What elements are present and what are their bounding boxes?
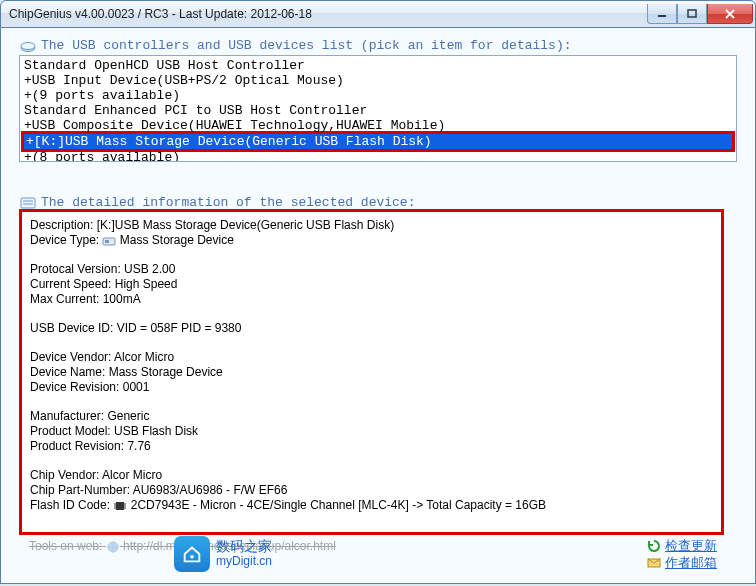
- details-header-text: The detailed information of the selected…: [41, 195, 415, 210]
- label-vendor: Device Vendor:: [30, 350, 114, 364]
- label-devrev: Device Revision:: [30, 380, 123, 394]
- value-usbid: VID = 058F PID = 9380: [117, 321, 242, 335]
- label-chipv: Chip Vendor:: [30, 468, 102, 482]
- value-devname: Mass Storage Device: [109, 365, 223, 379]
- maximize-icon: [686, 9, 698, 19]
- label-protocol: Protocal Version:: [30, 262, 124, 276]
- maximize-button[interactable]: [677, 4, 707, 24]
- label-maxcur: Max Current:: [30, 292, 103, 306]
- svg-rect-1: [688, 10, 696, 17]
- chip-icon: [113, 500, 127, 512]
- brand-en: myDigit.cn: [216, 554, 272, 569]
- details-header: The detailed information of the selected…: [19, 195, 737, 210]
- value-speed: High Speed: [115, 277, 178, 291]
- label-mfg: Manufacturer:: [30, 409, 107, 423]
- window-title: ChipGenius v4.00.0023 / RC3 - Last Updat…: [9, 7, 647, 21]
- device-row[interactable]: Standard Enhanced PCI to USB Host Contro…: [24, 103, 732, 118]
- value-protocol: USB 2.00: [124, 262, 175, 276]
- value-devrev: 0001: [123, 380, 150, 394]
- brand-logo-icon: [174, 536, 210, 572]
- value-prodrev: 7.76: [127, 439, 150, 453]
- device-row[interactable]: +USB Input Device(USB+PS/2 Optical Mouse…: [24, 73, 732, 88]
- storage-icon: [102, 235, 116, 247]
- footer-links: 检查更新 作者邮箱: [647, 537, 717, 571]
- device-list-header: The USB controllers and USB devices list…: [19, 38, 737, 53]
- value-description: [K:]USB Mass Storage Device(Generic USB …: [97, 218, 394, 232]
- refresh-icon: [647, 539, 661, 553]
- device-row-selected[interactable]: +[K:]USB Mass Storage Device(Generic USB…: [24, 134, 732, 149]
- svg-point-3: [21, 42, 35, 49]
- value-maxcur: 100mA: [103, 292, 141, 306]
- close-icon: [724, 9, 736, 19]
- label-devname: Device Name:: [30, 365, 109, 379]
- window-controls: [647, 4, 753, 24]
- label-usbid: USB Device ID:: [30, 321, 117, 335]
- value-vendor: Alcor Micro: [114, 350, 174, 364]
- usb-list-icon: [19, 39, 37, 53]
- label-description: Description:: [30, 218, 97, 232]
- check-update-text: 检查更新: [665, 537, 717, 554]
- value-chippn: AU6983/AU6986 - F/W EF66: [133, 483, 288, 497]
- svg-rect-4: [21, 198, 35, 208]
- label-prodrev: Product Revision:: [30, 439, 127, 453]
- label-device-type: Device Type:: [30, 233, 102, 247]
- minimize-icon: [656, 9, 668, 19]
- author-mail-text: 作者邮箱: [665, 554, 717, 571]
- author-mail-link[interactable]: 作者邮箱: [647, 554, 717, 571]
- details-icon: [19, 196, 37, 210]
- minimize-button[interactable]: [647, 4, 677, 24]
- window-body: The USB controllers and USB devices list…: [0, 28, 756, 584]
- titlebar: ChipGenius v4.00.0023 / RC3 - Last Updat…: [0, 0, 756, 28]
- value-device-type: Mass Storage Device: [120, 233, 234, 247]
- value-model: USB Flash Disk: [114, 424, 198, 438]
- label-model: Product Model:: [30, 424, 114, 438]
- svg-rect-8: [105, 240, 109, 243]
- close-button[interactable]: [707, 4, 753, 24]
- value-mfg: Generic: [107, 409, 149, 423]
- mail-icon: [647, 556, 661, 570]
- brand-cn: 数码之家: [216, 539, 272, 554]
- details-panel[interactable]: Description: [K:]USB Mass Storage Device…: [19, 209, 724, 535]
- label-flash: Flash ID Code:: [30, 498, 113, 512]
- device-row[interactable]: Standard OpenHCD USB Host Controller: [24, 58, 732, 73]
- svg-rect-0: [658, 15, 666, 17]
- device-list-header-text: The USB controllers and USB devices list…: [41, 38, 572, 53]
- value-chipv: Alcor Micro: [102, 468, 162, 482]
- svg-rect-9: [116, 502, 124, 510]
- device-row[interactable]: +(9 ports available): [24, 88, 732, 103]
- value-flash: 2CD7943E - Micron - 4CE/Single Channel […: [131, 498, 546, 512]
- highlight-annotation-top: +[K:]USB Mass Storage Device(Generic USB…: [21, 131, 735, 152]
- svg-point-17: [190, 555, 194, 559]
- footer: 数码之家 myDigit.cn 检查更新 作者邮箱: [19, 533, 737, 575]
- brand-block[interactable]: 数码之家 myDigit.cn: [174, 536, 272, 572]
- details-section: The detailed information of the selected…: [19, 192, 737, 553]
- device-list[interactable]: Standard OpenHCD USB Host Controller +US…: [19, 55, 737, 162]
- device-row[interactable]: +(8 ports available): [24, 150, 732, 162]
- check-update-link[interactable]: 检查更新: [647, 537, 717, 554]
- label-chippn: Chip Part-Number:: [30, 483, 133, 497]
- label-speed: Current Speed:: [30, 277, 115, 291]
